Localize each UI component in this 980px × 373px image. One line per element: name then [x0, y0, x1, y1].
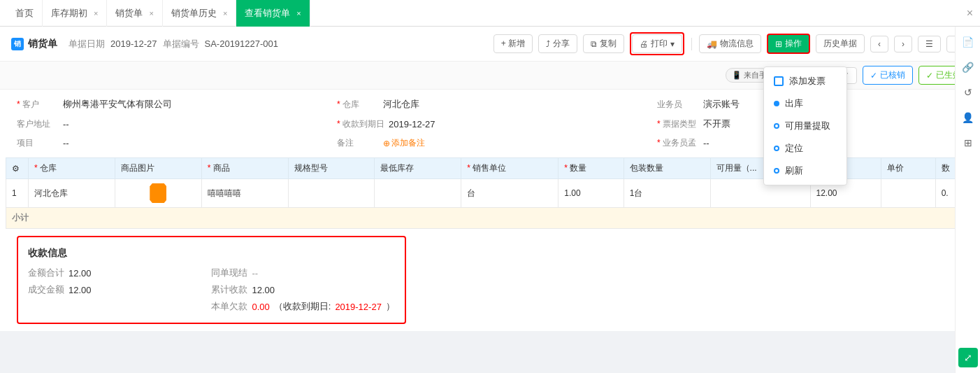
right-sidebar: 📄 🔗 ↺ 👤 ⊞ ⤢ [955, 27, 980, 331]
col-spec: 规格型号 [288, 158, 375, 179]
tab-view-sales-label: 查看销货单 [245, 7, 290, 20]
history-button[interactable]: 历史单据 [816, 34, 865, 53]
doc-actions: + 新增 ⤴ 分享 ⧉ 复制 🖨 打印 ▾ 🚚 物流信息 [493, 32, 969, 55]
view-toggle-list[interactable]: ☰ [918, 36, 941, 52]
date-label: 单据日期 [69, 38, 105, 50]
sidebar-user-icon[interactable]: 👤 [958, 108, 978, 127]
payment-date-row: 收款到期日 2019-12-27 [337, 118, 643, 130]
warehouse-value: 河北仓库 [383, 98, 419, 111]
nav-prev-button[interactable]: ‹ [870, 36, 888, 52]
total-amount-value: 12.00 [69, 268, 92, 279]
cumulative-label: 累计收款 [211, 283, 247, 296]
tab-bar-close[interactable]: × [967, 7, 973, 20]
doc-title: 销 销货单 [11, 38, 57, 50]
sidebar-refresh-icon[interactable]: ↺ [958, 83, 978, 102]
address-value: -- [63, 119, 69, 129]
copy-button[interactable]: ⧉ 复制 [583, 34, 624, 53]
remark-add-btn[interactable]: ⊕ 添加备注 [383, 137, 425, 149]
operations-button[interactable]: ⊞ 操作 [767, 34, 810, 54]
project-value: -- [63, 138, 69, 148]
tab-sales-history[interactable]: 销货单历史 × [163, 0, 236, 27]
arrears-label: 本单欠款 [211, 300, 247, 313]
ticket-type-label: 票据类型 [657, 118, 699, 130]
sales-staff-label: 业务员孟 [657, 137, 699, 149]
tab-inventory-init-close[interactable]: × [94, 9, 98, 17]
sold-out-btn[interactable]: ✓ 已核销 [863, 66, 913, 85]
same-order-label: 同单现结 [211, 267, 247, 279]
payment-date-label: 收款到期日 [337, 118, 384, 130]
dropdown-out-warehouse[interactable]: 出库 [764, 92, 846, 115]
new-button[interactable]: + 新增 [493, 34, 533, 53]
same-order-row: 同单现结 -- [211, 267, 394, 279]
row-spec [288, 179, 375, 208]
due-date-value: 2019-12-27 [335, 302, 382, 312]
row-unit: 台 [461, 179, 559, 208]
total-amount-row: 金额合计 12.00 [28, 267, 211, 279]
logistics-icon: 🚚 [707, 39, 717, 49]
arrears-row: 本单欠款 0.00 （收款到期日: 2019-12-27 ） [211, 300, 394, 313]
doc-header: 销 销货单 单据日期 2019-12-27 单据编号 SA-20191227-0… [0, 27, 980, 62]
tab-view-sales[interactable]: 查看销货单 × [236, 0, 310, 27]
print-highlight: 🖨 打印 ▾ [630, 32, 684, 55]
refresh-label: 刷新 [785, 164, 803, 177]
tab-view-sales-close[interactable]: × [296, 9, 301, 17]
col-price: 单价 [881, 158, 935, 179]
transaction-row: 成交金额 12.00 [28, 283, 211, 296]
ticket-type-value: 不开票 [703, 118, 730, 130]
col-min-stock: 最低库存 [375, 158, 461, 179]
available-qty-icon [774, 123, 779, 129]
sidebar-grid-icon[interactable]: ⊞ [958, 133, 978, 153]
row-min-stock [375, 179, 461, 208]
subtotal-label: 小计 [6, 208, 974, 229]
doc-meta: 单据日期 2019-12-27 单据编号 SA-20191227-001 [69, 38, 278, 50]
tab-sales-history-close[interactable]: × [223, 9, 227, 17]
refresh-icon [774, 168, 779, 174]
sidebar-doc-icon[interactable]: 📄 [958, 32, 978, 52]
divider1 [691, 38, 692, 50]
col-settings[interactable]: ⚙ [6, 158, 29, 179]
remark-add-icon: ⊕ [383, 139, 390, 148]
date-value: 2019-12-27 [110, 38, 157, 49]
dropdown-locate[interactable]: 定位 [764, 137, 846, 160]
share-button[interactable]: ⤴ 分享 [538, 34, 577, 53]
col-unit: 销售单位 [461, 158, 559, 179]
project-row: 项目 -- [17, 137, 323, 149]
row-price [881, 179, 935, 208]
tab-home[interactable]: 首页 [7, 0, 43, 27]
tab-sales-order[interactable]: 销货单 × [107, 0, 162, 27]
tab-home-label: 首页 [15, 7, 34, 20]
print-icon: 🖨 [640, 39, 648, 49]
row-num: 1 [6, 179, 29, 208]
sidebar-link-icon[interactable]: 🔗 [958, 57, 978, 77]
payment-info: 收款信息 金额合计 12.00 同单现结 -- 成交金额 12.00 累计收款 … [17, 236, 406, 324]
col-qty: 数量 [559, 158, 624, 179]
due-date-text: （收款到期日: [274, 300, 331, 313]
arrears-value: 0.00 [252, 302, 269, 312]
row-pack-qty: 1台 [624, 179, 710, 208]
col-img: 商品图片 [115, 158, 201, 179]
print-button[interactable]: 🖨 打印 ▾ [632, 34, 682, 53]
share-label: 分享 [553, 38, 570, 50]
col-warehouse: 仓库 [29, 158, 115, 179]
dropdown-available-qty[interactable]: 可用量提取 [764, 115, 846, 137]
staff-value: 演示账号 [703, 98, 740, 111]
add-invoice-icon [774, 76, 784, 86]
number-value: SA-20191227-001 [205, 38, 279, 49]
dropdown-add-invoice[interactable]: 添加发票 [764, 70, 846, 92]
remark-row: 备注 ⊕ 添加备注 [337, 137, 643, 149]
cumulative-row: 累计收款 12.00 [211, 283, 394, 296]
copy-icon: ⧉ [591, 39, 597, 49]
payment-date-value: 2019-12-27 [389, 119, 435, 129]
tab-sales-order-close[interactable]: × [149, 9, 153, 17]
dropdown-refresh[interactable]: 刷新 [764, 160, 846, 182]
tab-sales-history-label: 销货单历史 [171, 7, 217, 20]
due-date-close: ） [386, 300, 395, 313]
same-order-value: -- [252, 268, 258, 279]
customer-value: 柳州粤港平安气体有限公司 [63, 98, 172, 111]
effective-icon: ✓ [926, 71, 933, 80]
doc-title-icon: 销 [11, 38, 24, 50]
tab-inventory-init[interactable]: 库存期初 × [43, 0, 107, 27]
nav-next-button[interactable]: › [894, 36, 912, 52]
address-row: 客户地址 -- [17, 118, 323, 130]
logistics-button[interactable]: 🚚 物流信息 [699, 34, 761, 53]
